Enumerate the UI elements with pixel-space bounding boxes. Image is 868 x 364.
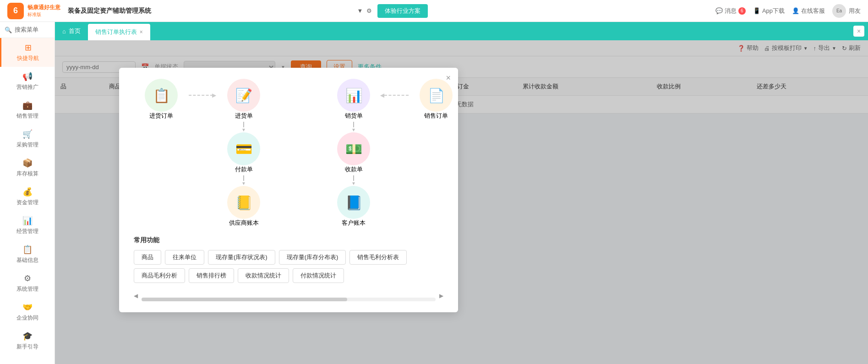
payment-bill-icon: 💳 [227, 132, 260, 165]
function-btn[interactable]: 销售排行榜 [189, 268, 234, 283]
function-btn[interactable]: 付款情况统计 [293, 268, 344, 283]
service-icon: 👤 [792, 7, 799, 14]
label-receipt-bill: 收款单 [326, 165, 381, 174]
purchase-order-label: 进货订单 [149, 112, 173, 119]
label-purchase-order: 进货订单 [134, 112, 189, 120]
sidebar-search[interactable]: 🔍 搜索菜单 [0, 22, 55, 38]
user-initial: Ea [836, 8, 842, 13]
nav-label-sales: 销售管理 [16, 112, 38, 120]
flow-row-1: 📋 ▶ 📝 [134, 79, 464, 112]
sales-bill-label: 销货单 [345, 112, 363, 119]
supplier-ledger-node: 📒 [216, 186, 271, 219]
v-line-1 [243, 122, 244, 127]
nav-icon-purchase: 🛒 [22, 129, 33, 139]
system-title-dropdown[interactable]: ▼ [357, 7, 363, 14]
functions-title: 常用功能 [134, 236, 443, 244]
sidebar-item-sales[interactable]: 💼销售管理 [0, 96, 55, 125]
nav-icon-finance: 💰 [22, 187, 33, 197]
flow-row-3: 📒 📘 [134, 186, 381, 219]
label-sales-bill: 销货单 [326, 112, 381, 120]
label-payment-bill: 付款单 [216, 165, 271, 174]
nav-label-basic-info: 基础信息 [16, 256, 38, 264]
sidebar-item-quick-nav[interactable]: ⊞快捷导航 [0, 38, 55, 67]
scroll-left-btn[interactable]: ◀ [134, 293, 138, 299]
brand-icon: 6 [7, 3, 24, 19]
flow-labels-1: 进货订单 进货单 销货单 销售订单 [134, 112, 464, 120]
function-btn[interactable]: 往来单位 [165, 250, 204, 265]
tab-home[interactable]: ⌂ 首页 [55, 22, 88, 40]
nav-label-operations: 经营管理 [16, 228, 38, 235]
nav-icon-sales: 💼 [22, 100, 33, 110]
sidebar-item-system[interactable]: ⚙系统管理 [0, 269, 55, 298]
function-btn[interactable]: 现存量(库存状况表) [208, 250, 275, 265]
function-btn[interactable]: 现存量(库存分布表) [279, 250, 346, 265]
purchase-order-node: 📋 [134, 79, 189, 112]
close-all-icon: × [857, 27, 861, 35]
settings-icon[interactable]: ⚙ [366, 7, 372, 14]
v-line-3 [243, 175, 244, 181]
supplier-ledger-label: 供应商账本 [229, 219, 259, 226]
function-btn[interactable]: 收款情况统计 [238, 268, 289, 283]
nav-label-system: 系统管理 [16, 285, 38, 293]
sidebar-item-inventory[interactable]: 📦库存核算 [0, 153, 55, 182]
message-badge: 6 [738, 7, 746, 15]
nav-label-inventory: 库存核算 [16, 170, 38, 178]
brand-logo: 6 畅康通好生意 标准版 [7, 3, 60, 19]
online-service-btn[interactable]: 👤 在线客服 [792, 7, 825, 15]
brand-text: 畅康通好生意 标准版 [27, 4, 60, 18]
nav-icon-system: ⚙ [24, 273, 31, 283]
flow-labels-2: 付款单 收款单 [134, 165, 381, 174]
sidebar-item-newbie[interactable]: 🎓新手引导 [0, 326, 55, 355]
message-btn[interactable]: 💬 消息 6 [715, 7, 746, 15]
sidebar-item-basic-info[interactable]: 📋基础信息 [0, 240, 55, 269]
sidebar-item-finance[interactable]: 💰资金管理 [0, 182, 55, 211]
app-download-btn[interactable]: 📱 App下载 [753, 7, 785, 15]
sidebar-item-purchase[interactable]: 🛒采购管理 [0, 125, 55, 153]
sales-order-node: 📄 [409, 79, 464, 112]
tab-close-icon[interactable]: × [140, 29, 143, 35]
flow-labels-3: 供应商账本 客户账本 [134, 219, 381, 227]
nav-label-quick-nav: 快捷导航 [17, 54, 39, 62]
sidebar-item-enterprise[interactable]: 🤝企业协同 [0, 298, 55, 326]
function-btn[interactable]: 商品 [134, 250, 161, 265]
search-icon: 🔍 [5, 27, 12, 33]
message-label: 消息 [725, 7, 737, 15]
customer-ledger-label: 客户账本 [342, 219, 366, 226]
nav-icon-quick-nav: ⊞ [25, 43, 32, 53]
scroll-right-btn[interactable]: ▶ [439, 293, 443, 299]
user-menu[interactable]: Ea 用友 [832, 4, 861, 18]
payment-bill-label: 付款单 [235, 166, 253, 173]
nav-label-enterprise: 企业协同 [16, 314, 38, 322]
nav-label-marketing: 营销推广 [16, 83, 38, 91]
brand-name: 畅康通好生意 [27, 4, 60, 11]
v-line-2 [353, 122, 354, 127]
function-btn[interactable]: 商品毛利分析 [134, 268, 185, 283]
nav-label-finance: 资金管理 [16, 199, 38, 206]
nav-icon-enterprise: 🤝 [22, 302, 33, 312]
receipt-bill-label: 收款单 [345, 166, 363, 173]
v-arrow-supplier: ▼ [216, 175, 271, 186]
sidebar-nav: ⊞快捷导航📢营销推广💼销售管理🛒采购管理📦库存核算💰资金管理📊经营管理📋基础信息… [0, 38, 55, 355]
label-customer-ledger: 客户账本 [326, 219, 381, 227]
customer-ledger-icon: 📘 [337, 186, 370, 219]
tab-sales-order[interactable]: 销售订单执行表 × [88, 24, 150, 40]
online-service-label: 在线客服 [801, 7, 825, 15]
modal-close-btn[interactable]: × [446, 73, 451, 83]
nav-icon-newbie: 🎓 [22, 331, 33, 341]
tab-close-all[interactable]: × [853, 26, 864, 37]
arrow-purchase: ▶ [189, 92, 216, 98]
brand-sub: 标准版 [27, 11, 60, 18]
v-arrow-receipt: ▼ [326, 122, 381, 132]
sidebar-item-operations[interactable]: 📊经营管理 [0, 211, 55, 240]
flow-diagram: 📋 ▶ 📝 [134, 79, 443, 227]
payment-bill-node: 💳 [216, 132, 271, 165]
experience-btn[interactable]: 体验行业方案 [377, 4, 428, 18]
modal-scroll-row: ◀ ▶ [134, 290, 443, 301]
sidebar-item-marketing[interactable]: 📢营销推广 [0, 67, 55, 96]
modal: × 📋 ▶ [119, 68, 458, 312]
receipt-bill-node: 💵 [326, 132, 381, 165]
function-btn[interactable]: 销售毛利分析表 [349, 250, 407, 265]
nav-icon-basic-info: 📋 [22, 244, 33, 255]
label-sales-order: 销售订单 [409, 112, 464, 120]
modal-scrollbar[interactable] [142, 298, 436, 301]
